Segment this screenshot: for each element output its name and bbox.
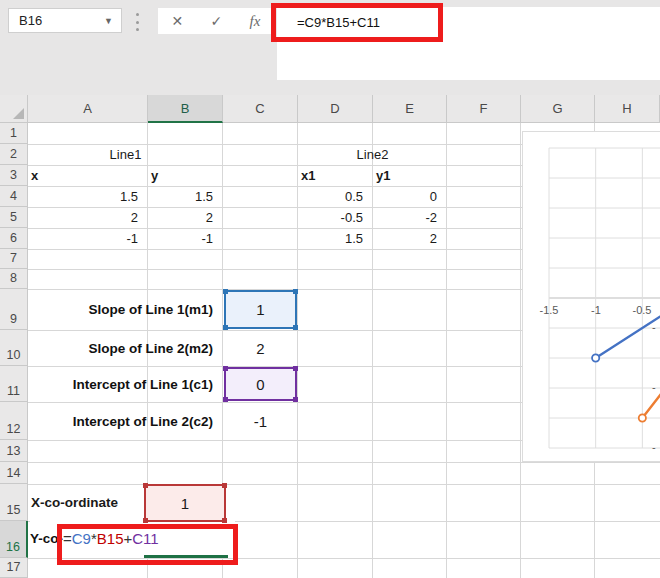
column-header-f[interactable]: F bbox=[447, 95, 521, 123]
chevron-down-icon[interactable]: ▼ bbox=[104, 16, 121, 26]
column-header-b[interactable]: B bbox=[148, 95, 223, 123]
cell-x1-header[interactable]: x1 bbox=[298, 165, 368, 186]
cell-c9-slope1-value[interactable]: 1 bbox=[224, 290, 297, 329]
cell-c10-slope2-value[interactable]: 2 bbox=[223, 330, 298, 366]
y-axis-partial-label: - bbox=[652, 321, 660, 335]
cancel-icon[interactable]: ✕ bbox=[172, 14, 184, 28]
cell-b6[interactable]: -1 bbox=[148, 228, 218, 249]
insert-function-icon[interactable]: fx bbox=[250, 14, 261, 29]
row-header-15[interactable]: 15 bbox=[0, 484, 28, 521]
column-header-a[interactable]: A bbox=[28, 95, 148, 123]
cell-b15-xcoord-value[interactable]: 1 bbox=[144, 484, 226, 522]
row-header-2[interactable]: 2 bbox=[0, 144, 28, 165]
y-axis-partial-label: - bbox=[652, 441, 660, 455]
cell-y1-header[interactable]: y1 bbox=[373, 165, 442, 186]
gridline bbox=[520, 123, 521, 578]
scatter-chart[interactable]: -1.5 -1 -0.5 - - - bbox=[522, 131, 660, 462]
cell-y-header[interactable]: y bbox=[148, 165, 218, 186]
row-header-6[interactable]: 6 bbox=[0, 228, 28, 249]
name-box[interactable]: B16 ▼ bbox=[8, 8, 122, 33]
cell-d4[interactable]: 0.5 bbox=[298, 186, 368, 207]
row-header-13[interactable]: 13 bbox=[0, 440, 28, 462]
x-axis-tick-label: -1 bbox=[582, 304, 610, 316]
cell-intercept2-label[interactable]: Intercept of Line 2(c2) bbox=[28, 402, 213, 440]
row-header-11[interactable]: 11 bbox=[0, 366, 28, 402]
cell-c11-intercept1-value[interactable]: 0 bbox=[224, 367, 297, 401]
annotation-box-formula-bar bbox=[271, 3, 443, 42]
cell-line1-title[interactable]: Line1 bbox=[28, 144, 223, 165]
y-axis-partial-label: - bbox=[652, 381, 660, 395]
cell-x-header[interactable]: x bbox=[28, 165, 128, 186]
column-header-c[interactable]: C bbox=[223, 95, 298, 123]
cell-d5[interactable]: -0.5 bbox=[298, 207, 368, 228]
formula-bar-chrome: B16 ▼ ✕ ✓ fx =C9*B15+C11 bbox=[0, 0, 660, 95]
x-axis-tick-label: -1.5 bbox=[535, 304, 563, 316]
column-header-h[interactable]: H bbox=[595, 95, 660, 123]
row-header-9[interactable]: 9 bbox=[0, 289, 28, 330]
row-header-16[interactable]: 16 bbox=[0, 521, 28, 558]
column-header-e[interactable]: E bbox=[373, 95, 447, 123]
row-header-1[interactable]: 1 bbox=[0, 123, 28, 144]
x-axis-tick-label: -0.5 bbox=[628, 304, 656, 316]
row-header-10[interactable]: 10 bbox=[0, 330, 28, 366]
c11-value: 0 bbox=[256, 376, 264, 393]
name-box-value: B16 bbox=[9, 13, 104, 28]
row-header-4[interactable]: 4 bbox=[0, 186, 28, 207]
separator-grip-icon bbox=[136, 13, 140, 31]
row-header-3[interactable]: 3 bbox=[0, 165, 28, 186]
row-header-14[interactable]: 14 bbox=[0, 462, 28, 484]
gridline bbox=[446, 123, 447, 578]
cell-b4[interactable]: 1.5 bbox=[148, 186, 218, 207]
excel-window: B16 ▼ ✕ ✓ fx =C9*B15+C11 A B C D E F G H… bbox=[0, 0, 660, 578]
row-header-5[interactable]: 5 bbox=[0, 207, 28, 228]
cell-slope1-label[interactable]: Slope of Line 1(m1) bbox=[28, 289, 213, 330]
cell-line2-title[interactable]: Line2 bbox=[298, 144, 447, 165]
cell-slope2-label[interactable]: Slope of Line 2(m2) bbox=[28, 330, 213, 366]
chart-svg bbox=[523, 132, 660, 463]
c9-value: 1 bbox=[256, 301, 264, 318]
row-header-7[interactable]: 7 bbox=[0, 249, 28, 269]
cell-a6[interactable]: -1 bbox=[28, 228, 143, 249]
column-header-d[interactable]: D bbox=[298, 95, 373, 123]
cell-intercept1-label[interactable]: Intercept of Line 1(c1) bbox=[28, 366, 213, 402]
annotation-box-cell-formula bbox=[57, 524, 238, 565]
cell-a4[interactable]: 1.5 bbox=[28, 186, 143, 207]
row-header-12[interactable]: 12 bbox=[0, 402, 28, 440]
cell-e5[interactable]: -2 bbox=[373, 207, 442, 228]
cell-c12-intercept2-value[interactable]: -1 bbox=[223, 402, 298, 440]
b15-value: 1 bbox=[181, 495, 189, 512]
formula-toolbar: ✕ ✓ fx bbox=[158, 8, 274, 34]
row-header-17[interactable]: 17 bbox=[0, 558, 28, 578]
cell-b5[interactable]: 2 bbox=[148, 207, 218, 228]
enter-icon[interactable]: ✓ bbox=[211, 14, 223, 28]
select-all-corner[interactable] bbox=[0, 95, 28, 123]
column-header-g[interactable]: G bbox=[521, 95, 595, 123]
cell-a15-xcoord-label[interactable]: X-co-ordinate bbox=[28, 484, 148, 521]
cell-d6[interactable]: 1.5 bbox=[298, 228, 368, 249]
cell-e6[interactable]: 2 bbox=[373, 228, 442, 249]
row-header-8[interactable]: 8 bbox=[0, 269, 28, 289]
cell-e4[interactable]: 0 bbox=[373, 186, 442, 207]
cell-a5[interactable]: 2 bbox=[28, 207, 143, 228]
